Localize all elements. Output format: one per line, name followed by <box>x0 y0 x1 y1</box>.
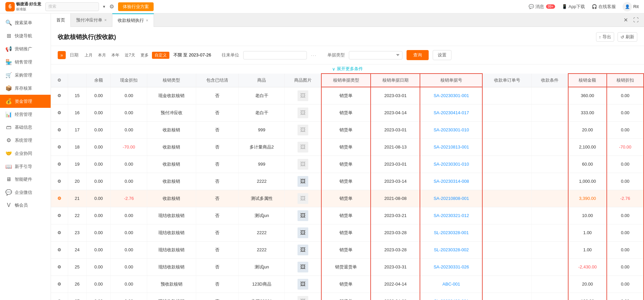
cell-receipt-condition <box>532 258 569 275</box>
cell-settings[interactable]: ⚙ <box>51 258 68 275</box>
query-button[interactable]: 查询 <box>407 50 429 60</box>
settings-gear-icon[interactable]: ⚙ <box>109 3 114 10</box>
page-title: 收款核销执行(按收款) <box>58 33 116 41</box>
cancel-bill-no-link[interactable]: SA-20230301-001 <box>434 93 469 98</box>
cell-receipt-order-no <box>482 207 531 224</box>
sidebar-item-wechat[interactable]: 💬 企业微信 <box>0 186 51 199</box>
col-header-settings[interactable]: ⚙ <box>51 74 68 87</box>
sidebar-item-sales[interactable]: 🏪 销售管理 <box>0 55 51 69</box>
col-header-product-image: 商品图片 <box>285 74 322 87</box>
money-icon: 💰 <box>5 98 12 104</box>
sidebar-item-finance[interactable]: 💰 资金管理 <box>0 95 51 108</box>
filter-expand-button[interactable]: » <box>58 51 66 59</box>
date-btn-this-year[interactable]: 本年 <box>109 52 121 59</box>
cell-settings[interactable]: ⚙ <box>51 293 68 300</box>
expand-more-conditions[interactable]: ∨ 展开更多条件 <box>51 65 644 73</box>
sidebar-item-purchase[interactable]: 🛒 采购管理 <box>0 69 51 82</box>
cell-settings[interactable]: ⚙ <box>51 173 68 190</box>
cancel-bill-no-link[interactable]: SL-20230328-001 <box>434 230 469 235</box>
unit-filter-input[interactable] <box>243 51 307 59</box>
cancel-bill-no-link[interactable]: SA-20230301-010 <box>434 127 469 132</box>
cancel-bill-no-link[interactable]: SA-20230331-026 <box>434 264 469 269</box>
tab-prepay[interactable]: 预付冲应付单 × <box>71 13 112 27</box>
tab-receivable[interactable]: 收款核销执行 × <box>112 13 154 27</box>
cell-cash-discount: 0.00 <box>111 258 147 275</box>
app-download-item[interactable]: 📱 App下载 <box>562 4 585 10</box>
cell-balance: 0.00 <box>87 224 111 241</box>
date-range-display: 不限 至 2023-07-26 <box>173 52 211 58</box>
cell-product: 2222 <box>239 173 285 190</box>
cancel-bill-no-link[interactable]: SL-20230328-002 <box>434 247 469 252</box>
tab-home[interactable]: 首页 <box>51 13 71 27</box>
sidebar-label-purchase: 采购管理 <box>15 72 32 78</box>
cancel-bill-no-link[interactable]: SA-20230414-017 <box>434 110 469 115</box>
cell-settings[interactable]: ⚙ <box>51 275 68 293</box>
sidebar-item-guide[interactable]: 📖 新手引导 <box>0 160 51 173</box>
date-btn-custom[interactable]: 自定义 <box>152 52 169 59</box>
message-label: 消息 <box>535 4 544 10</box>
date-btn-more[interactable]: 更多 <box>139 52 151 59</box>
cell-settings[interactable]: ⚙ <box>51 156 68 173</box>
tab-maximize-button[interactable]: ⛶ <box>632 16 640 25</box>
cell-settings[interactable]: ⚙ <box>51 241 68 258</box>
message-item[interactable]: 💬 消息 99+ <box>529 4 555 10</box>
cancel-bill-no-link[interactable]: ABC-001 <box>442 282 460 287</box>
date-btn-last-month[interactable]: 上月 <box>83 52 95 59</box>
cell-settings[interactable]: ⚙ <box>51 190 68 207</box>
cell-cancel-bill-no: SA-20210813-001 <box>420 138 482 156</box>
sidebar-item-marketing[interactable]: 📢 营销推广 <box>0 42 51 55</box>
bill-type-select[interactable] <box>349 51 402 59</box>
cancel-bill-no-link[interactable]: SA-20230321-012 <box>434 213 469 218</box>
filter-settings-button[interactable]: 设置 <box>433 50 451 60</box>
table-wrapper: ⚙ 余额 现金折扣 核销类型 包含已结清 商品 商品图片 核销单据类型 核销单据… <box>51 73 644 300</box>
table-row: ⚙ 22 0.00 0.00 现结收款核销 否 测试jun 🖼 销货单 2023… <box>51 207 644 224</box>
date-btn-7days[interactable]: 近7天 <box>123 52 137 59</box>
cell-cancel-bill-type: 销货单 <box>321 293 371 300</box>
cell-include-settled: 否 <box>196 293 238 300</box>
chevron-down-icon: ∨ <box>332 67 335 72</box>
cell-cancel-discount: 0.00 <box>607 104 644 121</box>
cell-settings[interactable]: ⚙ <box>51 224 68 241</box>
cell-settings[interactable]: ⚙ <box>51 121 68 138</box>
export-button[interactable]: ↑ 导出 <box>596 32 614 42</box>
cell-cancel-discount: 0.00 <box>607 241 644 258</box>
sidebar-item-inventory[interactable]: 📦 库存核算 <box>0 82 51 95</box>
sidebar-item-business[interactable]: 📊 经营管理 <box>0 108 51 121</box>
refresh-button[interactable]: ↺ 刷新 <box>618 32 637 42</box>
tab-receivable-close[interactable]: × <box>146 18 148 23</box>
sidebar-item-member[interactable]: V 畅会员 <box>0 199 51 212</box>
cell-balance: 0.00 <box>87 173 111 190</box>
cancel-bill-no-link[interactable]: SA-20230314-008 <box>434 179 469 184</box>
cancel-bill-no-link[interactable]: SL-20230408-001 <box>434 299 469 300</box>
cell-cancel-amount: 20.00 <box>568 275 606 293</box>
cancel-bill-no-link[interactable]: SA-20210808-001 <box>434 196 469 201</box>
cell-cancel-type: 收款核销 <box>147 156 196 173</box>
tab-prepay-close[interactable]: × <box>104 18 107 23</box>
cell-receipt-order-no <box>482 173 531 190</box>
date-btn-this-month[interactable]: 本月 <box>96 52 108 59</box>
cell-cancel-bill-type: 销货退货单 <box>321 258 371 275</box>
product-image: 🖼 <box>298 245 308 255</box>
sidebar-item-system[interactable]: ⚙ 系统管理 <box>0 134 51 147</box>
cell-settings[interactable]: ⚙ <box>51 207 68 224</box>
cancel-bill-no-link[interactable]: SA-20230301-010 <box>434 162 469 167</box>
cell-cancel-amount: 10.00 <box>568 207 606 224</box>
sidebar-item-basic[interactable]: 🗃 基础信息 <box>0 121 51 134</box>
sidebar-item-collab[interactable]: 🤝 企业协同 <box>0 147 51 160</box>
cell-settings[interactable]: ⚙ <box>51 104 68 121</box>
cancel-bill-no-link[interactable]: SA-20210813-001 <box>434 144 469 149</box>
user-profile[interactable]: 👤 Rit <box>623 2 639 11</box>
dropdown-arrow-icon[interactable]: ▾ <box>103 4 105 9</box>
tab-close-button[interactable]: ✕ <box>622 15 629 25</box>
cell-cancel-bill-date: 2021-08-13 <box>371 138 420 156</box>
cell-receipt-condition <box>532 173 569 190</box>
industry-solution-button[interactable]: 体验行业方案 <box>118 2 154 11</box>
sidebar-item-search[interactable]: 🔍 搜索菜单 <box>0 16 51 29</box>
online-service-item[interactable]: 🎧 在线客服 <box>592 4 616 10</box>
cell-settings[interactable]: ⚙ <box>51 138 68 156</box>
cell-cancel-type: 收款核销 <box>147 173 196 190</box>
sidebar-item-quicknav[interactable]: ⊞ 快捷导航 <box>0 29 51 42</box>
sidebar-item-hardware[interactable]: 🖥 智能硬件 <box>0 173 51 186</box>
cell-settings[interactable]: ⚙ <box>51 87 68 104</box>
cell-receipt-condition <box>532 138 569 156</box>
